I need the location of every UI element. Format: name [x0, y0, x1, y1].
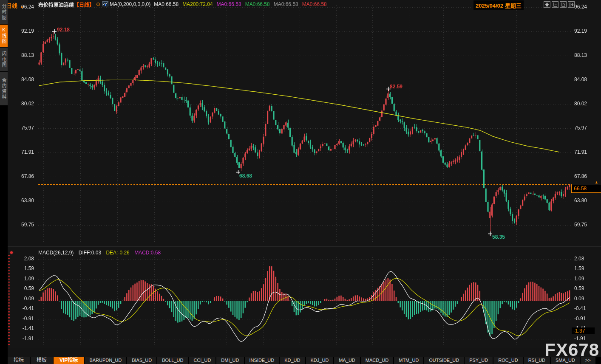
extreme-price-annotation: 82.59 — [390, 84, 403, 90]
chart-toolbar-icons — [544, 1, 575, 8]
move-icon[interactable] — [544, 1, 550, 8]
ma-value-label: MA0:66.58 — [217, 1, 241, 7]
price-label-left: 96.24 — [12, 4, 34, 10]
tab-cci-ud[interactable]: CCI_UD — [189, 357, 215, 364]
price-label-right: 59.75 — [574, 222, 587, 228]
macd-macd-value: MACD:0.58 — [134, 250, 161, 256]
tab-barupdn-ud[interactable]: BARUPDN_UD — [85, 357, 126, 364]
chart-topbar: 布伦特原油连续 【日线】 ⊜ MA(0,200,0,0,0,0) MA0:66.… — [38, 1, 331, 8]
tab-inside-ud[interactable]: INSIDE_UD — [245, 357, 279, 364]
indicator-alert-icon[interactable]: ✹ — [9, 250, 14, 256]
price-label-right: 71.91 — [574, 149, 587, 155]
extreme-price-annotation: 68.68 — [239, 173, 252, 179]
period-tag: 【日线】 — [74, 1, 94, 8]
tab-dmi-ud[interactable]: DMI_UD — [216, 357, 244, 364]
ma-value-label: MA0:66.58 — [154, 1, 179, 7]
ma-value-label: MA0:66.58 — [245, 1, 270, 7]
price-label-left: 75.97 — [12, 125, 34, 131]
price-label-right: 63.80 — [574, 198, 587, 203]
tab-sma-ud[interactable]: SMA_UD — [551, 357, 580, 364]
last-price-tag: 66.58 — [571, 185, 601, 193]
macd-label-right: 0.59 — [574, 285, 584, 291]
tab-模板[interactable]: 模板 — [31, 357, 53, 364]
sidebar-item-2[interactable]: K线图 — [0, 25, 8, 47]
macd-label-left: 1.09 — [12, 276, 34, 282]
ma-value-label: MA0:66.58 — [302, 1, 327, 7]
crosshair-date-badge: 2025/04/02 星期三 — [473, 0, 524, 10]
price-label-right: 80.02 — [574, 101, 587, 107]
price-label-right: 67.86 — [574, 173, 587, 179]
tab--[interactable]: >> — [581, 357, 595, 364]
price-label-left: 63.80 — [12, 198, 34, 203]
tab-outside-ud[interactable]: OUTSIDE_UD — [424, 357, 464, 364]
macd-label-left: -0.41 — [12, 305, 34, 311]
ma-value-label: MA200:72.04 — [182, 1, 213, 7]
macd-label-left: 0.59 — [12, 285, 34, 291]
price-label-right: 96.24 — [574, 4, 587, 10]
sidebar-item-1[interactable]: 分时图 — [0, 0, 8, 24]
price-label-right: 84.08 — [574, 76, 587, 82]
ma-value-label: MA0:66.58 — [274, 1, 298, 7]
tab-boll-ud[interactable]: BOLL_UD — [157, 357, 188, 364]
extreme-price-annotation: 58.35 — [492, 234, 505, 240]
macd-label-right: 1.09 — [574, 276, 584, 282]
ma-params: MA(0,200,0,0,0,0) — [110, 1, 150, 7]
macd-label-left: 2.08 — [12, 256, 34, 262]
macd-label-left: 1.59 — [12, 265, 34, 271]
ma-values: MA0:66.58MA200:72.04MA0:66.58MA0:66.58MA… — [154, 1, 331, 7]
tab-bias-ud[interactable]: BIAS_UD — [127, 357, 156, 364]
macd-label-left: -0.91 — [12, 316, 34, 322]
mini-chart-icon — [102, 1, 108, 8]
price-label-left: 92.19 — [12, 28, 34, 34]
sidebar-item-4[interactable]: 合约资料 — [0, 72, 8, 105]
tab-mtm-ud[interactable]: MTM_UD — [394, 357, 423, 364]
symbol-title: 布伦特原油连续 — [38, 1, 74, 8]
macd-dea-value: DEA:-0.26 — [106, 250, 129, 256]
macd-label-right: -0.41 — [574, 305, 586, 311]
tab-macd-ud[interactable]: MACD_UD — [361, 357, 393, 364]
price-label-right: 88.13 — [574, 52, 587, 58]
axis-scale-right-icon[interactable] — [560, 1, 567, 8]
price-label-left: 88.13 — [12, 52, 34, 58]
price-label-left: 84.08 — [12, 76, 34, 82]
trading-app-window: 分时图K线图闪电图合约资料 布伦特原油连续 【日线】 ⊜ MA(0,200,0,… — [0, 0, 601, 364]
macd-header: MACD(26,12,9) DIFF:0.03 DEA:-0.26 MACD:0… — [38, 250, 161, 256]
macd-crosshair-value: -1.37 — [572, 327, 595, 334]
price-label-right: 92.19 — [574, 28, 587, 34]
macd-label-right: 1.59 — [574, 265, 584, 271]
tab-ma-ud[interactable]: MA_UD — [334, 357, 360, 364]
price-label-left: 80.02 — [12, 101, 34, 107]
macd-label-left: -1.91 — [12, 336, 34, 341]
price-up-arrow-icon: ▲ — [595, 180, 598, 184]
candlestick-chart-canvas[interactable] — [0, 0, 601, 348]
tab-rsi-ud[interactable]: RSI_UD — [524, 357, 550, 364]
tab-指标[interactable]: 指标 — [8, 357, 30, 364]
tab-kd-ud[interactable]: KD_UD — [280, 357, 305, 364]
pan-right-icon[interactable] — [568, 1, 575, 8]
price-label-left: 67.86 — [12, 173, 34, 179]
indicator-tabbar: 指标模板VIP指标BARUPDN_UDBIAS_UDBOLL_UDCCI_UDD… — [0, 357, 601, 364]
tab-psy-ud[interactable]: PSY_UD — [465, 357, 493, 364]
time-axis-strip — [8, 348, 601, 357]
macd-label-left: -1.41 — [12, 325, 34, 331]
tab-kdj-ud[interactable]: KDJ_UD — [306, 357, 334, 364]
macd-label-left: 0.09 — [12, 296, 34, 302]
extreme-price-annotation: 92.18 — [57, 27, 70, 33]
axis-scale-left-icon[interactable] — [552, 1, 558, 8]
left-sidebar: 分时图K线图闪电图合约资料 — [0, 0, 8, 364]
macd-diff-value: DIFF:0.03 — [79, 250, 101, 256]
macd-label-right: 2.08 — [574, 256, 584, 262]
macd-label-right: 0.09 — [574, 296, 584, 302]
indicator-menu-icon[interactable]: ⊜ — [96, 1, 100, 7]
price-label-right: 75.97 — [574, 125, 587, 131]
sidebar-item-3[interactable]: 闪电图 — [0, 48, 8, 71]
tab-roc-ud[interactable]: ROC_UD — [493, 357, 522, 364]
macd-params: MACD(26,12,9) — [38, 250, 74, 256]
price-label-left: 71.91 — [12, 149, 34, 155]
tab-vip指标[interactable]: VIP指标 — [54, 357, 84, 364]
price-label-left: 59.75 — [12, 222, 34, 228]
macd-label-right: -0.91 — [574, 316, 586, 322]
